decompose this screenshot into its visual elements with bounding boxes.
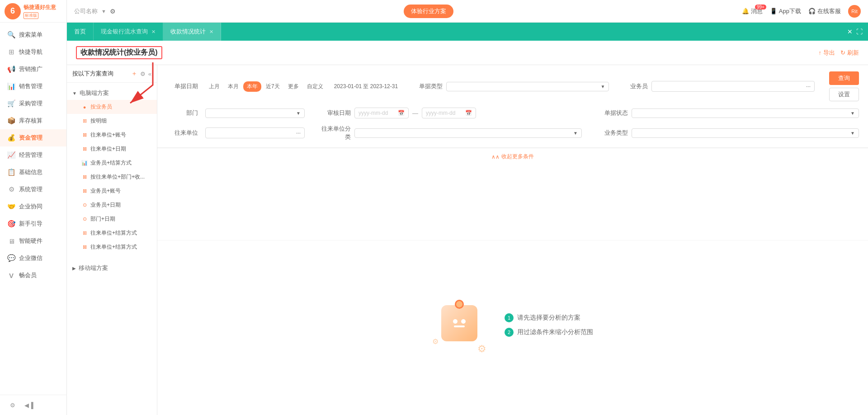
tab-home[interactable]: 首页: [67, 23, 94, 41]
partner-select[interactable]: ···: [205, 127, 305, 138]
scheme-item-unit-account[interactable]: ⊠ 往来单位+账号: [67, 128, 157, 142]
collapse-bar[interactable]: ∧∧ 收起更多条件: [157, 148, 868, 165]
biz-type-select[interactable]: ▼: [632, 128, 859, 138]
scheme-item-by-detail[interactable]: ⊞ 按明细: [67, 114, 157, 128]
doc-status-select[interactable]: ▼: [632, 108, 859, 118]
date-tab-more[interactable]: 更多: [284, 81, 302, 92]
scheme-item-unit-dept[interactable]: ⊠ 按往来单位+部门+收...: [67, 170, 157, 184]
review-date-end[interactable]: yyyy-mm-dd 📅: [422, 108, 476, 118]
bank-flow-close-icon[interactable]: ✕: [151, 29, 156, 35]
unit-date-icon: ⊠: [81, 146, 88, 152]
sidebar-item-inventory[interactable]: 📦 库存核算: [0, 112, 66, 129]
sidebar-label-search: 搜索菜单: [19, 31, 42, 39]
sidebar-label-marketing: 营销推广: [19, 65, 42, 73]
export-button[interactable]: ↑ 导出: [819, 49, 835, 57]
tab-collection[interactable]: 收款情况统计 ✕: [163, 23, 221, 41]
unit-account-icon: ⊠: [81, 132, 88, 138]
scheme-item-unit-settle2[interactable]: ⊠ 往来单位+结算方式: [67, 240, 157, 254]
doc-status-chevron-icon: ▼: [850, 111, 855, 116]
scheme-category-desktop[interactable]: ▼ 电脑端方案: [67, 86, 157, 100]
sidebar-item-shortcut[interactable]: ⊞ 快捷导航: [0, 43, 66, 61]
dropdown-icon[interactable]: ▼: [101, 9, 106, 14]
avatar: Rit: [848, 5, 861, 18]
refresh-icon: ↻: [840, 49, 845, 56]
sidebar-label-guide: 新手引导: [19, 220, 42, 228]
date-tab-custom[interactable]: 自定义: [303, 81, 327, 92]
scheme-item-dept-date-label: 部门+日期: [90, 215, 115, 223]
sidebar-item-hardware[interactable]: 🖥 智能硬件: [0, 232, 66, 250]
company-name: 公司名称: [74, 7, 98, 15]
sidebar-item-system[interactable]: ⚙ 系统管理: [0, 181, 66, 198]
partner-category-select[interactable]: ▼: [354, 128, 582, 138]
settings-bottom-icon[interactable]: ⚙: [7, 400, 18, 410]
staff-select[interactable]: ···: [651, 81, 815, 92]
settings-button[interactable]: 设置: [829, 88, 859, 101]
logo-area: 6 畅捷通好生意 标准版: [0, 0, 66, 23]
chevron-down-icon: ▼: [72, 91, 77, 96]
date-tab-last-month[interactable]: 上月: [205, 81, 223, 92]
sidebar-item-search[interactable]: 🔍 搜索菜单: [0, 26, 66, 43]
member-icon: V: [7, 271, 15, 279]
sidebar-item-basic[interactable]: 📋 基础信息: [0, 164, 66, 181]
sidebar-label-inventory: 库存核算: [19, 117, 42, 125]
notification-bell[interactable]: 🔔 消息 99+: [742, 7, 763, 15]
sidebar-item-member[interactable]: V 畅会员: [0, 267, 66, 284]
sidebar-item-wechat[interactable]: 💬 企业微信: [0, 250, 66, 267]
scheme-item-unit-settle1[interactable]: ⊞ 往来单位+结算方式: [67, 226, 157, 240]
scheme-item-dept-date[interactable]: ⊙ 部门+日期: [67, 212, 157, 226]
page-header: 收款情况统计(按业务员) ↑ 导出 ↻ 刷新: [67, 41, 868, 65]
sidebar-item-guide[interactable]: 🎯 新手引导: [0, 215, 66, 232]
online-service[interactable]: 🎧 在线客服: [808, 7, 841, 15]
date-tab-7days[interactable]: 近7天: [262, 81, 283, 92]
main-content: 公司名称 ▼ ⚙ 体验行业方案 🔔 消息 99+ 📱 App下载 🎧 在线客服 …: [67, 0, 868, 415]
collapse-icon[interactable]: ◀▐: [24, 400, 34, 410]
unit-settle1-icon: ⊞: [81, 230, 88, 236]
partner-category-chevron-icon: ▼: [573, 131, 578, 136]
sidebar-item-marketing[interactable]: 📢 营销推广: [0, 61, 66, 78]
scheme-item-staff-label: 按业务员: [90, 103, 112, 111]
wechat-icon: 💬: [7, 254, 15, 262]
calendar-end-icon[interactable]: 📅: [465, 110, 472, 116]
tab-bank-flow[interactable]: 现金银行流水查询 ✕: [94, 23, 163, 41]
doc-type-label: 单据类型: [411, 82, 443, 90]
scheme-category-mobile[interactable]: ▶ 移动端方案: [67, 261, 157, 275]
date-tab-this-year[interactable]: 本年: [243, 81, 261, 92]
add-scheme-icon[interactable]: ＋: [131, 70, 137, 78]
dept-select[interactable]: ▼: [205, 108, 305, 118]
operation-icon: 📈: [7, 151, 15, 159]
staff-date-icon: ⊙: [81, 202, 88, 208]
sidebar-item-enterprise[interactable]: 🤝 企业协同: [0, 198, 66, 215]
scheme-item-staff-account[interactable]: ⊠ 业务员+账号: [67, 184, 157, 198]
notification-badge: 99+: [755, 5, 766, 9]
chevron-right-icon: ▶: [72, 266, 76, 271]
close-window-icon[interactable]: ✕: [847, 28, 853, 35]
review-date-start[interactable]: yyyy-mm-dd 📅: [354, 108, 409, 118]
date-tab-this-month[interactable]: 本月: [224, 81, 242, 92]
maximize-icon[interactable]: ⛶: [856, 28, 863, 35]
sidebar-item-operation[interactable]: 📈 经营管理: [0, 146, 66, 164]
trial-button[interactable]: 体验行业方案: [404, 5, 453, 18]
app-download[interactable]: 📱 App下载: [770, 7, 801, 15]
scheme-item-unit-date[interactable]: ⊠ 往来单位+日期: [67, 142, 157, 156]
scheme-item-staff-settle[interactable]: 📊 业务员+结算方式: [67, 156, 157, 170]
system-icon: ⚙: [7, 185, 15, 193]
sidebar-item-capital[interactable]: 💰 资金管理: [0, 129, 66, 146]
sidebar-item-purchase[interactable]: 🛒 采购管理: [0, 95, 66, 112]
scheme-header-icons: ＋ ⚙ «: [131, 70, 151, 78]
collection-close-icon[interactable]: ✕: [209, 29, 213, 35]
sidebar-item-sales[interactable]: 📊 销售管理: [0, 78, 66, 95]
settings-scheme-icon[interactable]: ⚙: [140, 71, 146, 77]
scheme-item-by-staff[interactable]: ● 按业务员: [67, 100, 157, 114]
staff-account-icon: ⊠: [81, 188, 88, 194]
collapse-scheme-icon[interactable]: «: [148, 71, 151, 77]
query-button[interactable]: 查询: [829, 71, 859, 85]
calendar-start-icon[interactable]: 📅: [398, 110, 405, 116]
scheme-item-staff-date[interactable]: ⊙ 业务员+日期: [67, 198, 157, 212]
doc-type-select[interactable]: ▼: [446, 82, 609, 91]
date-dash: —: [412, 110, 418, 117]
header-settings-icon[interactable]: ⚙: [110, 8, 116, 15]
user-avatar[interactable]: Rit: [848, 5, 861, 18]
collection-label: 收款情况统计: [170, 28, 206, 36]
refresh-button[interactable]: ↻ 刷新: [840, 49, 859, 57]
sidebar-label-basic: 基础信息: [19, 168, 42, 176]
